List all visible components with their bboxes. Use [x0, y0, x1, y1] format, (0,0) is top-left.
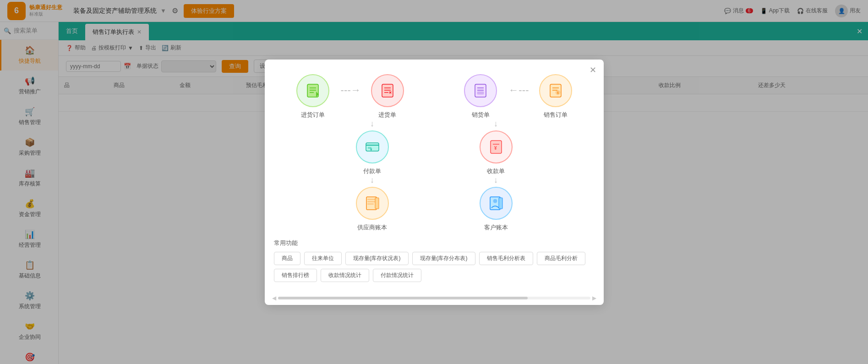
- purchase-order-label: 进货订单: [301, 111, 325, 119]
- payment-bill-label: 付款单: [363, 167, 381, 175]
- modal-close-button[interactable]: ✕: [590, 65, 596, 75]
- svg-rect-12: [477, 92, 484, 94]
- svg-rect-28: [367, 203, 374, 205]
- app-container: 6 畅康通好生意 标准版 装备及固定资产辅助管理系统 ▼ ⚙ 体验行业方案 💬 …: [0, 0, 868, 364]
- sales-bill-label: 销货单: [472, 111, 490, 119]
- svg-point-31: [493, 199, 497, 203]
- supplier-ledger-label: 供应商账本: [357, 223, 387, 232]
- flow-modal: ✕: [265, 60, 604, 305]
- common-functions: 常用功能 商品往来单位现存量(库存状况表)现存量(库存分布表)销售毛利分析表商品…: [265, 239, 604, 293]
- purchase-order-circle: [296, 74, 329, 107]
- svg-text:$: $: [557, 91, 559, 95]
- common-btn[interactable]: 商品: [274, 252, 300, 265]
- flow-item-customer-ledger[interactable]: 客户账本: [466, 187, 526, 232]
- svg-text:¥: ¥: [494, 146, 497, 151]
- svg-rect-5: [382, 84, 393, 97]
- flow-item-sales-order[interactable]: $ 销售订单: [526, 74, 585, 119]
- flow-item-purchase-bill[interactable]: 进货单: [358, 74, 417, 119]
- scroll-right-arrow[interactable]: ▶: [592, 295, 596, 301]
- svg-rect-32: [499, 198, 502, 209]
- receipt-bill-label: 收款单: [487, 167, 505, 175]
- svg-rect-26: [367, 199, 376, 200]
- flow-item-sales-bill[interactable]: 销货单: [451, 74, 510, 119]
- common-btn[interactable]: 付款情况统计: [373, 269, 421, 282]
- svg-rect-9: [475, 84, 486, 97]
- sales-order-circle: $: [539, 74, 572, 107]
- common-btn[interactable]: 商品毛利分析: [537, 252, 585, 265]
- scroll-thumb[interactable]: [278, 297, 528, 299]
- scroll-left-arrow[interactable]: ◀: [272, 295, 276, 301]
- receipt-bill-circle: ¥: [480, 130, 513, 163]
- customer-ledger-label: 客户账本: [484, 223, 508, 232]
- common-btns-row2: 销售排行榜收款情况统计付款情况统计: [274, 269, 595, 282]
- common-btn[interactable]: 现存量(库存状况表): [345, 252, 409, 265]
- purchase-bill-label: 进货单: [378, 111, 396, 119]
- common-btns-row1: 商品往来单位现存量(库存状况表)现存量(库存分布表)销售毛利分析表商品毛利分析: [274, 252, 595, 265]
- svg-text:¥: ¥: [370, 147, 372, 152]
- common-btn[interactable]: 现存量(库存分布表): [412, 252, 475, 265]
- flow-item-purchase-order[interactable]: 进货订单: [283, 74, 343, 119]
- scroll-track: [278, 297, 590, 299]
- svg-rect-27: [367, 201, 376, 202]
- flow-item-payment-bill[interactable]: ¥ 付款单: [343, 130, 402, 175]
- common-btn[interactable]: 销售排行榜: [274, 269, 317, 282]
- flow-area: 进货订单 - - - →: [265, 60, 604, 239]
- common-btn[interactable]: 收款情况统计: [321, 269, 369, 282]
- common-btn[interactable]: 往来单位: [304, 252, 342, 265]
- modal-overlay[interactable]: ✕: [0, 0, 868, 364]
- common-functions-title: 常用功能: [274, 239, 595, 247]
- sales-bill-circle: [464, 74, 497, 107]
- payment-bill-circle: ¥: [356, 130, 389, 163]
- modal-scrollbar: ◀ ▶: [265, 293, 604, 305]
- purchase-bill-circle: [371, 74, 404, 107]
- sales-order-label: 销售订单: [544, 111, 568, 119]
- supplier-ledger-circle: [356, 187, 389, 220]
- flow-item-receipt-bill[interactable]: ¥ 收款单: [466, 130, 526, 175]
- svg-rect-18: [366, 143, 379, 151]
- common-btn[interactable]: 销售毛利分析表: [479, 252, 533, 265]
- flow-item-supplier-ledger[interactable]: 供应商账本: [343, 187, 402, 232]
- customer-ledger-circle: [480, 187, 513, 220]
- svg-rect-29: [375, 198, 379, 209]
